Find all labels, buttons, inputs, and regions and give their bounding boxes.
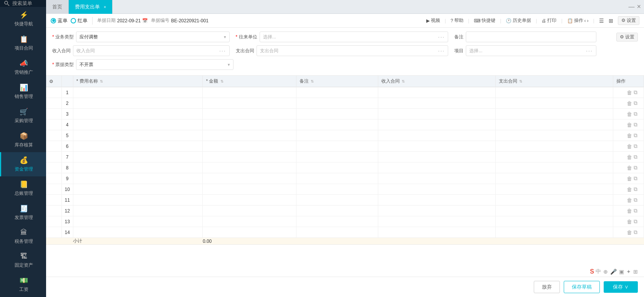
red-bill-radio[interactable]: 红单 [71,17,88,24]
settings-button[interactable]: ⚙ 设置 [618,16,639,25]
row-expense-contract[interactable] [495,216,613,227]
row-notes[interactable] [296,163,378,173]
row-notes[interactable] [296,87,378,98]
row-copy-icon[interactable]: ⧉ [634,143,637,149]
sidebar-item-invoice[interactable]: 🧾发票管理 [0,201,46,225]
row-copy-icon[interactable]: ⧉ [634,164,637,171]
row-delete-icon[interactable]: 🗑 [627,111,632,117]
row-expense-name[interactable] [73,227,203,238]
row-amount[interactable] [203,184,296,195]
row-income-contract[interactable] [378,141,495,152]
row-copy-icon[interactable]: ⧉ [634,197,637,203]
partner-input[interactable]: 选择... ··· [260,32,449,42]
video-btn[interactable]: ▶ 视频 [426,17,440,24]
income-contract-input[interactable]: 收入合同 ··· [73,45,230,56]
project-input[interactable]: 选择... ··· [466,45,596,56]
th-income-contract[interactable]: 收入合同 ⇅ [378,76,495,87]
sidebar-item-inventory[interactable]: 📦库存核算 [0,128,46,152]
row-expense-name[interactable] [73,173,203,184]
sidebar-item-marketing[interactable]: 📣营销推广 [0,55,46,80]
row-delete-icon[interactable]: 🗑 [627,143,632,149]
row-notes[interactable] [296,173,378,184]
row-delete-icon[interactable]: 🗑 [627,186,632,192]
sidebar-item-payroll[interactable]: 💵工资 [0,272,46,297]
row-expense-name[interactable] [73,98,203,109]
row-expense-name[interactable] [73,163,203,173]
expense-sort-icon[interactable]: ⇅ [519,79,522,83]
sidebar-item-sales[interactable]: 📊销售管理 [0,80,46,104]
row-expense-contract[interactable] [495,173,613,184]
th-expense-name[interactable]: * 费用名称 ⇅ [73,76,203,87]
row-expense-name[interactable] [73,184,203,195]
settings-form-btn[interactable]: ⚙ 设置 [616,33,638,41]
row-expense-contract[interactable] [495,130,613,141]
sidebar-item-funds[interactable]: 💰资金管理 [0,152,46,176]
row-copy-icon[interactable]: ⧉ [634,100,637,106]
row-expense-contract[interactable] [495,152,613,163]
row-expense-contract[interactable] [495,98,613,109]
row-expense-contract[interactable] [495,195,613,206]
amount-sort-icon[interactable]: ⇅ [220,79,223,83]
row-delete-icon[interactable]: 🗑 [627,100,632,106]
row-amount[interactable] [203,141,296,152]
row-expense-name[interactable] [73,109,203,119]
row-expense-name[interactable] [73,216,203,227]
row-expense-contract[interactable] [495,184,613,195]
sidebar-item-tax[interactable]: 🏛税务管理 [0,225,46,249]
notes-sort-icon[interactable]: ⇅ [311,79,314,83]
row-amount[interactable] [203,109,296,119]
row-income-contract[interactable] [378,130,495,141]
tab-close-icon[interactable]: × [104,5,106,9]
row-copy-icon[interactable]: ⧉ [634,175,637,182]
business-type-input[interactable]: 应付调整 ▾ [76,32,230,42]
row-expense-contract[interactable] [495,206,613,216]
row-notes[interactable] [296,141,378,152]
row-income-contract[interactable] [378,173,495,184]
view-icon[interactable]: ☰ [599,18,604,24]
th-expense-contract[interactable]: 支出合同 ⇅ [495,76,613,87]
sidebar-item-assets[interactable]: 🏗固定资产 [0,249,46,272]
row-copy-icon[interactable]: ⧉ [634,121,637,128]
row-copy-icon[interactable]: ⧉ [634,229,637,236]
row-amount[interactable] [203,87,296,98]
row-expense-name[interactable] [73,195,203,206]
row-delete-icon[interactable]: 🗑 [627,208,632,214]
row-copy-icon[interactable]: ⧉ [634,154,637,160]
sidebar-item-accounting[interactable]: 📒总账管理 [0,176,46,201]
row-amount[interactable] [203,173,296,184]
sidebar-search[interactable]: 搜索菜单 [0,0,46,7]
tab-home[interactable]: 首页 [46,0,69,14]
row-delete-icon[interactable]: 🗑 [627,176,632,182]
window-minimize-btn[interactable]: — [628,3,634,10]
income-sort-icon[interactable]: ⇅ [402,79,405,83]
row-expense-contract[interactable] [495,119,613,130]
operation-btn[interactable]: 📋 操作 ‹ › [567,17,589,24]
print-btn[interactable]: 🖨 打印 [541,17,556,24]
row-income-contract[interactable] [378,163,495,173]
row-notes[interactable] [296,152,378,163]
row-notes[interactable] [296,130,378,141]
sidebar-item-project[interactable]: 📋项目合同 [0,31,46,55]
row-expense-contract[interactable] [495,109,613,119]
row-delete-icon[interactable]: 🗑 [627,90,632,96]
row-amount[interactable] [203,206,296,216]
row-income-contract[interactable] [378,109,495,119]
row-notes[interactable] [296,119,378,130]
help-btn[interactable]: ? 帮助 [450,17,464,24]
grid-icon[interactable]: ⊞ [609,18,613,24]
discard-button[interactable]: 放弃 [534,281,560,293]
row-expense-name[interactable] [73,130,203,141]
history-btn[interactable]: 🕐 历史单据 [506,17,531,24]
row-income-contract[interactable] [378,227,495,238]
row-income-contract[interactable] [378,216,495,227]
row-income-contract[interactable] [378,152,495,163]
th-settings[interactable]: ⚙ [46,76,61,87]
row-notes[interactable] [296,184,378,195]
row-copy-icon[interactable]: ⧉ [634,218,637,225]
row-expense-name[interactable] [73,87,203,98]
blue-bill-radio[interactable]: 蓝单 [51,17,68,24]
expense-contract-input[interactable]: 支出合同 ··· [257,45,449,56]
row-notes[interactable] [296,195,378,206]
sidebar-item-purchase[interactable]: 🛒采购管理 [0,104,46,128]
row-expense-contract[interactable] [495,87,613,98]
